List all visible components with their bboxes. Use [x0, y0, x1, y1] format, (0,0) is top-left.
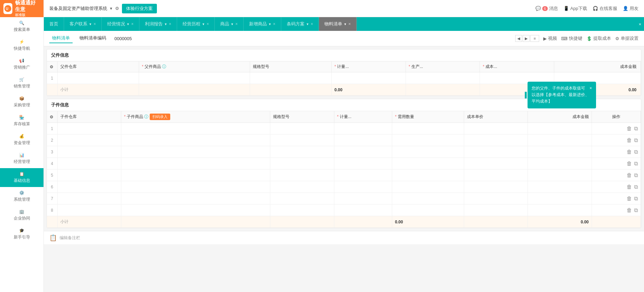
- delete-icon[interactable]: 🗑: [627, 149, 632, 155]
- sidebar-item-basic-info[interactable]: 📋 基础信息: [0, 168, 44, 187]
- close-all-tabs[interactable]: ×: [636, 17, 644, 31]
- copy-icon[interactable]: ⧉: [634, 149, 638, 155]
- tab-profit[interactable]: 利润报告 ▾ ×: [139, 17, 177, 31]
- delete-icon[interactable]: 🗑: [627, 172, 632, 178]
- child-spec-6[interactable]: [270, 181, 334, 193]
- list-view-icon[interactable]: ≡: [530, 35, 539, 42]
- child-unit-7[interactable]: [334, 193, 392, 205]
- sidebar-item-system[interactable]: ⚙️ 系统管理: [0, 187, 44, 206]
- child-qty-4[interactable]: [392, 158, 464, 170]
- sub-tab-bom-code[interactable]: 物料清单编码: [77, 34, 109, 43]
- th-parent-gear[interactable]: ⚙: [47, 61, 57, 72]
- child-product-4[interactable]: [121, 158, 270, 170]
- extract-cost-action[interactable]: 💲 提取成本: [586, 35, 611, 42]
- dropdown-arrow-icon[interactable]: ▾: [110, 6, 112, 11]
- child-spec-3[interactable]: [270, 146, 334, 158]
- delete-icon[interactable]: 🗑: [627, 196, 632, 202]
- parent-production-cell[interactable]: [406, 72, 480, 84]
- close-icon[interactable]: ×: [235, 22, 238, 26]
- th-child-gear[interactable]: ⚙: [47, 111, 57, 123]
- child-unit-price-7[interactable]: [464, 193, 528, 205]
- child-qty-5[interactable]: [392, 170, 464, 181]
- child-spec-4[interactable]: [270, 158, 334, 170]
- close-icon[interactable]: ×: [273, 22, 275, 26]
- child-unit-3[interactable]: [334, 146, 392, 158]
- close-icon[interactable]: ×: [169, 22, 171, 26]
- child-unit-price-5[interactable]: [464, 170, 528, 181]
- sidebar-item-sales[interactable]: 🛒 销售管理: [0, 74, 44, 93]
- child-warehouse-3[interactable]: [57, 146, 121, 158]
- tab-history[interactable]: 经营历程 ▾ ×: [177, 17, 215, 31]
- child-qty-7[interactable]: [392, 193, 464, 205]
- child-product-5[interactable]: [121, 170, 270, 181]
- child-qty-8[interactable]: [392, 205, 464, 216]
- gear-icon[interactable]: ⚙: [115, 6, 119, 11]
- tab-operations[interactable]: 经营情况 ▾ ×: [102, 17, 139, 31]
- child-unit-price-1[interactable]: [464, 123, 528, 135]
- child-spec-2[interactable]: [270, 135, 334, 146]
- tab-new-product[interactable]: 新增商品 ▾ ×: [244, 17, 281, 31]
- sidebar-item-guide[interactable]: 🎓 新手引导: [0, 225, 44, 244]
- sub-tab-bom[interactable]: 物料清单: [49, 34, 73, 43]
- sidebar-item-marketing[interactable]: 📢 营销推广: [0, 55, 44, 74]
- tab-bom[interactable]: 物料清单 ▾ ×: [319, 17, 357, 31]
- child-unit-1[interactable]: [334, 123, 392, 135]
- video-action[interactable]: ▶ 视频: [543, 35, 557, 42]
- child-unit-8[interactable]: [334, 205, 392, 216]
- child-warehouse-4[interactable]: [57, 158, 121, 170]
- sidebar-item-enterprise[interactable]: 🏢 企业协同: [0, 206, 44, 225]
- online-service-item[interactable]: 🎧 在线客服: [593, 5, 617, 12]
- doc-settings-action[interactable]: ⚙ 单据设置: [615, 35, 639, 42]
- close-icon[interactable]: ×: [207, 22, 209, 26]
- message-item[interactable]: 💬 6 消息: [535, 5, 558, 12]
- tooltip-close-btn[interactable]: ×: [590, 85, 592, 92]
- sidebar-item-finance[interactable]: 💰 资金管理: [0, 130, 44, 149]
- sidebar-item-search[interactable]: 🔍 搜索菜单: [0, 17, 44, 36]
- parent-spec-cell[interactable]: [250, 72, 331, 84]
- tab-product[interactable]: 商品 ▾ ×: [215, 17, 244, 31]
- child-spec-5[interactable]: [270, 170, 334, 181]
- copy-icon[interactable]: ⧉: [634, 161, 638, 167]
- sidebar-item-purchase[interactable]: 📦 采购管理: [0, 93, 44, 112]
- child-product-2[interactable]: [121, 135, 270, 146]
- parent-unit-cell[interactable]: [332, 72, 406, 84]
- sidebar-item-operations[interactable]: 📊 经营管理: [0, 149, 44, 168]
- child-product-7[interactable]: [121, 193, 270, 205]
- child-warehouse-8[interactable]: [57, 205, 121, 216]
- delete-icon[interactable]: 🗑: [627, 137, 632, 143]
- child-warehouse-1[interactable]: [57, 123, 121, 135]
- child-spec-8[interactable]: [270, 205, 334, 216]
- copy-icon[interactable]: ⧉: [634, 172, 638, 178]
- delete-icon[interactable]: 🗑: [627, 126, 632, 132]
- close-icon[interactable]: ×: [311, 22, 313, 26]
- tab-customer[interactable]: 客户联系 ▾ ×: [64, 17, 102, 31]
- child-qty-6[interactable]: [392, 181, 464, 193]
- trial-button[interactable]: 体验行业方案: [122, 4, 157, 13]
- child-product-8[interactable]: [121, 205, 270, 216]
- tab-home[interactable]: 首页: [44, 17, 64, 31]
- close-icon[interactable]: ×: [348, 22, 351, 26]
- copy-icon[interactable]: ⧉: [634, 137, 638, 143]
- child-unit-6[interactable]: [334, 181, 392, 193]
- child-warehouse-2[interactable]: [57, 135, 121, 146]
- child-warehouse-5[interactable]: [57, 170, 121, 181]
- delete-icon[interactable]: 🗑: [627, 161, 632, 167]
- delete-icon[interactable]: 🗑: [627, 207, 632, 213]
- child-unit-price-8[interactable]: [464, 205, 528, 216]
- child-unit-5[interactable]: [334, 170, 392, 181]
- parent-product-cell[interactable]: [139, 72, 250, 84]
- sidebar-item-quick-nav[interactable]: ⚡ 快捷导航: [0, 36, 44, 55]
- child-unit-2[interactable]: [334, 135, 392, 146]
- child-spec-1[interactable]: [270, 123, 334, 135]
- child-product-6[interactable]: [121, 181, 270, 193]
- copy-icon[interactable]: ⧉: [634, 196, 638, 202]
- child-warehouse-6[interactable]: [57, 181, 121, 193]
- child-product-1[interactable]: [121, 123, 270, 135]
- child-qty-2[interactable]: [392, 135, 464, 146]
- child-qty-3[interactable]: [392, 146, 464, 158]
- child-warehouse-7[interactable]: [57, 193, 121, 205]
- child-unit-price-6[interactable]: [464, 181, 528, 193]
- prev-arrow[interactable]: ◀: [515, 35, 522, 42]
- sidebar-item-inventory[interactable]: 🏪 库存核算: [0, 112, 44, 130]
- child-product-3[interactable]: [121, 146, 270, 158]
